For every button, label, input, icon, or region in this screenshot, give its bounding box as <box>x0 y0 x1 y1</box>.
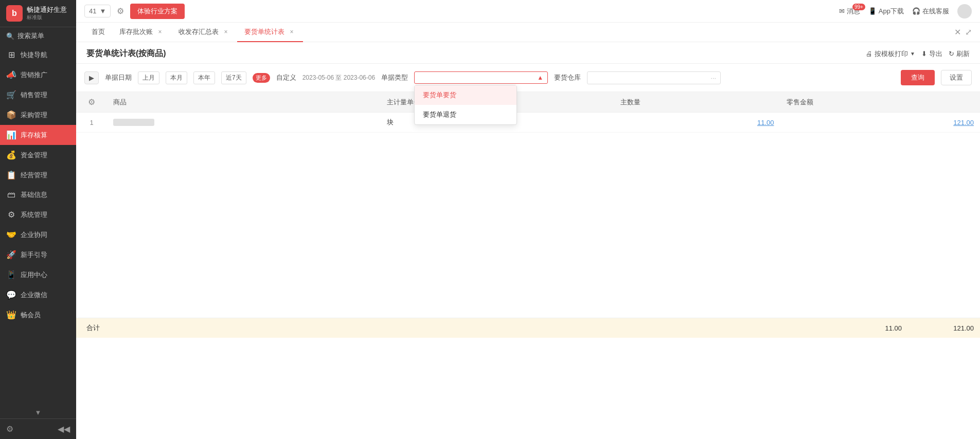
sidebar-item-label: 资金管理 <box>21 151 47 160</box>
dropdown-item-order[interactable]: 要货单要货 <box>415 85 516 105</box>
col-quantity: 主数量 <box>614 92 780 113</box>
finance-icon: 💰 <box>6 150 16 160</box>
page-header: 要货单统计表(按商品) 🖨 按模板打印 ▼ ⬇ 导出 ↻ 刷新 <box>76 42 980 64</box>
sales-icon: 🛒 <box>6 90 16 100</box>
marketing-icon: 📣 <box>6 70 16 80</box>
online-service-btn[interactable]: 🎧 在线客服 <box>912 7 949 16</box>
system-icon: ⚙ <box>6 210 16 220</box>
store-chevron-icon: ▼ <box>99 7 106 15</box>
sidebar-item-inventory[interactable]: 📊 库存核算 <box>0 125 76 145</box>
app-center-icon: 📱 <box>6 270 16 280</box>
sidebar-item-purchase[interactable]: 📦 采购管理 <box>0 105 76 125</box>
date-last-month-btn[interactable]: 上月 <box>138 71 159 84</box>
header-left: 41 ▼ ⚙ 体验行业方案 <box>84 4 185 19</box>
store-selector[interactable]: 41 ▼ <box>84 5 111 17</box>
more-options-icon[interactable]: ··· <box>710 74 716 82</box>
tab-inventory-batch[interactable]: 库存批次账 × <box>112 23 171 42</box>
top-header: 41 ▼ ⚙ 体验行业方案 ✉ 消息 99+ 📱 App下载 🎧 在线客服 <box>76 0 980 23</box>
header-right: ✉ 消息 99+ 📱 App下载 🎧 在线客服 <box>839 4 972 19</box>
messages-badge: 99+ <box>852 4 865 10</box>
members-icon: 👑 <box>6 310 16 320</box>
refresh-btn[interactable]: ↻ 刷新 <box>949 49 970 59</box>
tab-label: 要货单统计表 <box>244 27 284 36</box>
sidebar-item-label: 营销推广 <box>21 70 47 80</box>
sidebar-item-basic[interactable]: 🗃 基础信息 <box>0 185 76 205</box>
basic-icon: 🗃 <box>6 190 16 199</box>
chevron-up-icon: ▲ <box>537 74 543 81</box>
quantity-link[interactable]: 11.00 <box>757 119 774 126</box>
sidebar-item-sales[interactable]: 🛒 销售管理 <box>0 85 76 105</box>
messages-btn[interactable]: ✉ 消息 99+ <box>839 7 860 16</box>
tab-close-icon[interactable]: × <box>156 28 164 36</box>
filter-toggle-btn[interactable]: ▶ <box>84 71 99 84</box>
tab-close-icon[interactable]: × <box>222 28 230 36</box>
print-template-btn[interactable]: 🖨 按模板打印 ▼ <box>866 49 915 59</box>
warehouse-select[interactable]: ··· <box>587 71 721 84</box>
search-label: 搜索菜单 <box>17 31 44 41</box>
refresh-label: 刷新 <box>956 49 970 59</box>
sidebar-item-label: 企业协同 <box>21 230 47 240</box>
sidebar-item-members[interactable]: 👑 畅会员 <box>0 305 76 325</box>
col-settings: ⚙ <box>76 92 107 113</box>
sidebar-item-finance[interactable]: 💰 资金管理 <box>0 145 76 165</box>
type-select-input[interactable]: ▲ <box>414 71 548 84</box>
page-content: 要货单统计表(按商品) 🖨 按模板打印 ▼ ⬇ 导出 ↻ 刷新 <box>76 42 980 439</box>
product-blurred <box>113 119 154 126</box>
logo: b 畅捷通好生意 标准版 <box>0 0 76 27</box>
sidebar-item-operation[interactable]: 📋 经营管理 <box>0 165 76 185</box>
data-table: ⚙ 商品 主计量单位 主数量 零售金额 1 <box>76 92 980 133</box>
store-name: 41 <box>89 7 96 15</box>
row-index: 1 <box>76 113 107 133</box>
tab-maximize-icon[interactable]: ⤢ <box>965 27 972 37</box>
sidebar-item-app-center[interactable]: 📱 应用中心 <box>0 265 76 285</box>
date-this-month-btn[interactable]: 本月 <box>166 71 187 84</box>
user-avatar[interactable] <box>957 4 972 19</box>
tab-order-stats[interactable]: 要货单统计表 × <box>237 23 303 42</box>
date-7days-btn[interactable]: 近7天 <box>221 71 246 84</box>
row-amount: 121.00 <box>780 113 981 133</box>
sidebar-item-enterprise[interactable]: 🤝 企业协同 <box>0 225 76 245</box>
print-icon: 🖨 <box>866 50 872 58</box>
tab-close-icon[interactable]: × <box>288 28 296 36</box>
sidebar-scroll-down[interactable]: ▼ <box>0 407 76 418</box>
warehouse-label: 要货仓库 <box>554 73 581 82</box>
tab-label: 首页 <box>92 27 105 36</box>
table-header-row: ⚙ 商品 主计量单位 主数量 零售金额 <box>76 92 980 113</box>
tab-label: 库存批次账 <box>119 27 153 36</box>
app-download-btn[interactable]: 📱 App下载 <box>868 7 904 16</box>
trial-button[interactable]: 体验行业方案 <box>130 4 185 19</box>
purchase-icon: 📦 <box>6 110 16 120</box>
page-inner: 要货单统计表(按商品) 🖨 按模板打印 ▼ ⬇ 导出 ↻ 刷新 <box>76 42 980 439</box>
refresh-icon: ↻ <box>949 50 954 58</box>
search-menu[interactable]: 🔍 搜索菜单 <box>0 27 76 45</box>
sidebar-item-system[interactable]: ⚙ 系统管理 <box>0 205 76 225</box>
gear-icon[interactable]: ⚙ <box>117 6 124 16</box>
tab-close-all-icon[interactable]: ✕ <box>954 27 961 37</box>
sidebar-item-marketing[interactable]: 📣 营销推广 <box>0 65 76 85</box>
amount-link[interactable]: 121.00 <box>953 119 974 126</box>
collapse-icon[interactable]: ◀◀ <box>58 424 70 434</box>
sidebar-footer: ⚙ ◀◀ <box>0 418 76 439</box>
column-settings-icon[interactable]: ⚙ <box>88 98 95 106</box>
dropdown-item-return[interactable]: 要货单退货 <box>415 105 516 124</box>
wechat-icon: 💬 <box>6 290 16 300</box>
type-select[interactable]: ▲ 要货单要货 要货单退货 <box>414 71 548 84</box>
query-button[interactable]: 查询 <box>901 70 935 85</box>
guide-icon: 🚀 <box>6 250 16 260</box>
date-custom-btn[interactable]: 自定义 <box>276 73 296 82</box>
sidebar-item-label: 库存核算 <box>21 131 47 140</box>
date-more-badge[interactable]: 更多 <box>253 73 270 83</box>
export-btn[interactable]: ⬇ 导出 <box>921 49 942 59</box>
tab-receipt-summary[interactable]: 收发存汇总表 × <box>171 23 237 42</box>
settings-icon[interactable]: ⚙ <box>6 424 13 434</box>
sidebar-item-guide[interactable]: 🚀 新手引导 <box>0 245 76 265</box>
tab-home[interactable]: 首页 <box>84 23 112 42</box>
date-this-year-btn[interactable]: 本年 <box>193 71 215 84</box>
chevron-down-icon: ▼ <box>910 51 915 57</box>
sidebar-item-quick-nav[interactable]: ⊞ 快捷导航 <box>0 45 76 65</box>
sidebar-item-wechat[interactable]: 💬 企业微信 <box>0 285 76 305</box>
export-icon: ⬇ <box>921 50 927 58</box>
settings-button[interactable]: 设置 <box>941 70 972 85</box>
sidebar-item-label: 系统管理 <box>21 210 47 220</box>
sidebar: b 畅捷通好生意 标准版 🔍 搜索菜单 ⊞ 快捷导航 📣 营销推广 🛒 销售管理… <box>0 0 76 439</box>
